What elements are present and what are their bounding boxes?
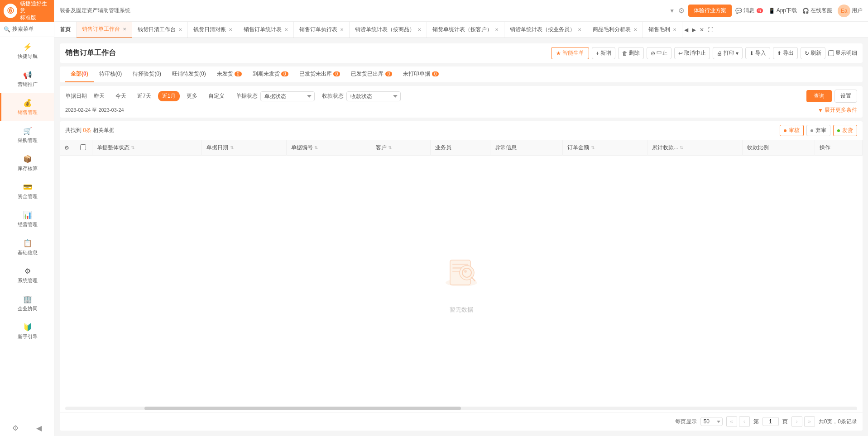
date-btn-1month[interactable]: 近1月 <box>158 91 180 101</box>
sidebar-item-enterprise[interactable]: 🏢 企业协同 <box>0 289 54 318</box>
date-btn-yesterday[interactable]: 昨天 <box>90 91 109 101</box>
topbar-expand-icon[interactable]: ▼ <box>669 8 675 14</box>
tab-sales-sum-staff[interactable]: 销货单统计表（按业务员） ✕ <box>504 22 587 38</box>
show-detail-checkbox[interactable] <box>828 50 834 56</box>
sidebar-item-marketing[interactable]: 📢 营销推广 <box>0 65 54 93</box>
sort-status-icon[interactable]: ⇅ <box>131 145 134 150</box>
sidebar-item-purchase[interactable]: 🛒 采购管理 <box>0 121 54 149</box>
tab-fullscreen[interactable]: ⛶ <box>706 27 715 33</box>
sub-tab-shipped-out[interactable]: 已发货已出库 0 <box>345 66 398 82</box>
sidebar-search[interactable]: 🔍 搜索菜单 <box>0 22 54 37</box>
tab-cash-daily[interactable]: 钱货日清工作台 ✕ <box>132 22 188 38</box>
record-count: 共找到 0条 相关单据 <box>65 127 115 134</box>
page-size-select[interactable]: 50 10 20 100 <box>700 417 723 426</box>
tab-close-sales-exec[interactable]: ✕ <box>340 27 344 32</box>
status-select[interactable]: 单据状态 <box>260 91 315 101</box>
date-btn-7days[interactable]: 近7天 <box>133 91 155 101</box>
sidebar-item-sales[interactable]: 💰 销售管理 <box>0 93 54 121</box>
th-checkbox[interactable] <box>74 140 92 156</box>
cancel-review-button[interactable]: 弃审 <box>806 125 830 136</box>
collapse-icon[interactable]: ◀ <box>36 424 42 432</box>
tab-sales-sum-customer[interactable]: 销货单统计表（按客户） ✕ <box>427 22 504 38</box>
sub-tab-pending-check[interactable]: 待择验货(0) <box>127 66 167 82</box>
sort-amount-icon[interactable]: ⇅ <box>591 145 595 150</box>
sub-tab-not-shipped[interactable]: 未发货 0 <box>211 66 247 82</box>
show-detail-label[interactable]: 显示明细 <box>828 49 857 57</box>
tab-close-sales-sum-product[interactable]: ✕ <box>417 27 421 32</box>
sub-tab-wangpu-ship[interactable]: 旺铺待发货(0) <box>167 66 211 82</box>
th-setting[interactable]: ⚙ <box>60 140 74 156</box>
export-button[interactable]: ⬆ 导出 <box>773 47 798 59</box>
tab-close-all[interactable]: ✕ <box>698 27 706 33</box>
select-all-checkbox[interactable] <box>80 144 86 150</box>
tab-close-sales-sum-customer[interactable]: ✕ <box>495 27 499 32</box>
prev-page-button[interactable]: ‹ <box>739 416 750 427</box>
cancel-stop-button[interactable]: ↩ 取消中止 <box>674 47 710 59</box>
tab-sales-sum-product[interactable]: 销货单统计表（按商品） ✕ <box>350 22 427 38</box>
import-button[interactable]: ⬇ 导入 <box>745 47 770 59</box>
query-button[interactable]: 查询 <box>806 90 832 102</box>
tab-close-sales-order[interactable]: ✕ <box>123 27 126 32</box>
sidebar-item-quick-nav[interactable]: ⚡ 快捷导航 <box>0 37 54 65</box>
sub-tab-shipped-not-out[interactable]: 已发货未出库 0 <box>294 66 346 82</box>
first-page-button[interactable]: « <box>726 416 737 427</box>
sidebar-item-basic-info[interactable]: 📋 基础信息 <box>0 233 54 261</box>
page-title: 销售订单工作台 <box>65 48 116 58</box>
tab-home[interactable]: 首页 <box>54 22 77 38</box>
print-button[interactable]: 🖨 打印 ▾ <box>713 47 743 59</box>
scrollbar-thumb[interactable] <box>144 407 461 410</box>
user-item[interactable]: Ea 用户 <box>838 5 863 17</box>
date-btn-more[interactable]: 更多 <box>182 91 201 101</box>
settings-icon[interactable]: ⚙ <box>12 424 19 432</box>
last-page-button[interactable]: » <box>804 416 815 427</box>
add-button[interactable]: + 新增 <box>592 47 615 59</box>
delete-button[interactable]: 🗑 删除 <box>618 47 644 59</box>
tab-close-sales-stat[interactable]: ✕ <box>284 27 288 32</box>
topbar-settings-icon[interactable]: ⚙ <box>678 6 685 15</box>
tab-close-sales-sum-staff[interactable]: ✕ <box>578 27 581 32</box>
tab-cash-reconcile[interactable]: 钱货日清对账 ✕ <box>188 22 238 38</box>
tab-sales-exec[interactable]: 销售订单执行表 ✕ <box>294 22 350 38</box>
tab-sales-order[interactable]: 销售订单工作台 ✕ <box>77 22 132 38</box>
sub-tab-all[interactable]: 全部(0) <box>65 66 94 82</box>
stop-button[interactable]: ⊘ 中止 <box>647 47 671 59</box>
refresh-button[interactable]: ↻ 刷新 <box>801 47 825 59</box>
sidebar-item-operations[interactable]: 📊 经营管理 <box>0 205 54 233</box>
tab-nav-next[interactable]: ▶ <box>690 27 698 33</box>
sort-customer-icon[interactable]: ⇅ <box>388 145 392 150</box>
tab-nav-prev[interactable]: ◀ <box>682 27 690 33</box>
tab-sales-more[interactable]: 销售毛利 ✕ <box>643 22 682 38</box>
sidebar-item-inventory[interactable]: 📦 库存核算 <box>0 149 54 177</box>
tab-product-margin[interactable]: 商品毛利分析表 ✕ <box>587 22 643 38</box>
sub-tab-not-printed[interactable]: 未打印单据 0 <box>398 66 444 82</box>
sort-collected-icon[interactable]: ⇅ <box>680 145 683 150</box>
online-service-item[interactable]: 🎧 在线客服 <box>802 7 832 14</box>
ship-button[interactable]: 发货 <box>833 125 857 136</box>
tab-sales-stat[interactable]: 销售订单统计表 ✕ <box>238 22 294 38</box>
smart-order-button[interactable]: ★ 智能生单 <box>551 47 589 59</box>
date-btn-today[interactable]: 今天 <box>111 91 130 101</box>
sidebar-item-system[interactable]: ⚙ 系统管理 <box>0 261 54 289</box>
tab-close-cash-reconcile[interactable]: ✕ <box>229 27 232 32</box>
filter-setting-button[interactable]: 设置 <box>834 90 857 103</box>
exp-industry-button[interactable]: 体验行业方案 <box>688 5 732 17</box>
next-page-button[interactable]: › <box>791 416 802 427</box>
message-icon-item[interactable]: 💬 消息 6 <box>735 7 763 14</box>
sub-tab-overdue-not-shipped[interactable]: 到期未发货 0 <box>247 66 294 82</box>
sidebar-item-finance[interactable]: 💳 资金管理 <box>0 177 54 205</box>
payment-select[interactable]: 收款状态 <box>346 91 401 101</box>
tab-close-cash-daily[interactable]: ✕ <box>178 27 182 32</box>
tab-close-product-margin[interactable]: ✕ <box>633 27 637 32</box>
star-icon: ★ <box>556 50 561 57</box>
sort-date-icon[interactable]: ⇅ <box>230 145 234 150</box>
sort-number-icon[interactable]: ⇅ <box>314 145 318 150</box>
horizontal-scrollbar[interactable] <box>65 407 857 410</box>
expand-filter-button[interactable]: ▼ 展开更多条件 <box>818 106 857 114</box>
page-number-input[interactable] <box>762 417 779 426</box>
review-button[interactable]: 审核 <box>780 125 804 136</box>
sidebar-item-guide[interactable]: 🔰 新手引导 <box>0 318 54 346</box>
app-download-item[interactable]: 📱 App下载 <box>768 7 797 14</box>
sub-tab-pending-review[interactable]: 待审核(0) <box>94 66 128 82</box>
tab-close-sales-more[interactable]: ✕ <box>673 27 676 32</box>
date-btn-custom[interactable]: 自定义 <box>204 91 229 101</box>
